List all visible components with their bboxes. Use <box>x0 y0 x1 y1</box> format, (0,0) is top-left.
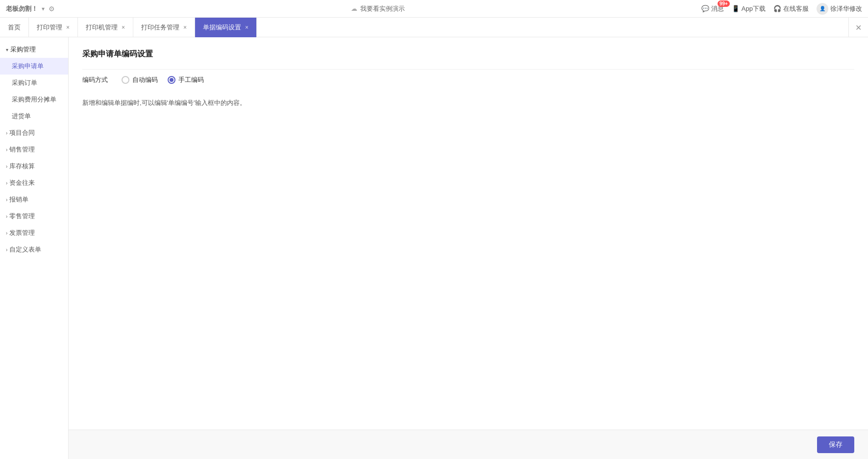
sidebar: ▾ 采购管理 采购申请单 采购订单 采购费用分摊单 进货单 › 项目合同 › 销… <box>0 37 69 459</box>
radio-group: 自动编码 手工编码 <box>122 76 204 84</box>
sidebar-group-inventory-label: 库存核算 <box>9 162 35 171</box>
sidebar-group-custom-form[interactable]: › 自定义表单 <box>0 241 68 258</box>
page-title: 采购申请单编码设置 <box>82 49 854 59</box>
online-service-label: 在线客服 <box>783 4 809 13</box>
tab-printer-management-label: 打印机管理 <box>86 23 118 32</box>
manual-code-option[interactable]: 手工编码 <box>168 76 204 84</box>
close-icon: ✕ <box>855 23 862 32</box>
sidebar-item-goods-receipt[interactable]: 进货单 <box>0 108 68 125</box>
expand-arrow-icon-finance: › <box>6 180 7 186</box>
expand-arrow-icon-expense: › <box>6 197 7 203</box>
sidebar-group-inventory[interactable]: › 库存核算 <box>0 158 68 175</box>
auto-code-radio[interactable] <box>122 76 129 84</box>
tab-print-task[interactable]: 打印任务管理 × <box>133 18 195 37</box>
sidebar-group-invoice-label: 发票管理 <box>9 229 35 237</box>
expand-arrow-icon-retail: › <box>6 214 7 219</box>
expand-arrow-icon-inventory: › <box>6 164 7 169</box>
sidebar-group-finance[interactable]: › 资金往来 <box>0 175 68 191</box>
sidebar-group-project-contract[interactable]: › 项目合同 <box>0 125 68 141</box>
sidebar-group-retail-label: 零售管理 <box>9 212 35 221</box>
app-download-action[interactable]: 📱 App下载 <box>732 4 766 13</box>
content-area: 采购申请单编码设置 编码方式 自动编码 手工编码 新增和编辑单据编时,可以编辑'… <box>69 37 868 459</box>
hint-text: 新增和编辑单据编时,可以编辑'单编编号'输入框中的内容。 <box>82 98 854 108</box>
top-bar: 老板勿割！ ▾ ⚙ ☁ 我要看实例演示 💬 消息 99+ 📱 App下载 🎧 在… <box>0 0 868 18</box>
tab-print-task-close[interactable]: × <box>183 24 187 31</box>
sidebar-item-purchase-request-label: 采购申请单 <box>12 62 44 70</box>
tab-print-task-label: 打印任务管理 <box>141 23 179 32</box>
user-profile[interactable]: 👤 徐泽华修改 <box>817 3 862 15</box>
online-service-action[interactable]: 🎧 在线客服 <box>773 4 809 13</box>
save-button[interactable]: 保存 <box>817 436 854 453</box>
settings-icon[interactable]: ⚙ <box>49 5 55 13</box>
sidebar-group-retail[interactable]: › 零售管理 <box>0 208 68 225</box>
sidebar-group-custom-form-label: 自定义表单 <box>9 245 41 254</box>
sidebar-group-sales[interactable]: › 销售管理 <box>0 141 68 158</box>
expand-arrow-icon-sales: › <box>6 147 7 153</box>
demo-text: 我要看实例演示 <box>360 4 405 13</box>
content-inner: 采购申请单编码设置 编码方式 自动编码 手工编码 新增和编辑单据编时,可以编辑'… <box>69 37 868 430</box>
top-bar-left: 老板勿割！ ▾ ⚙ <box>6 4 55 13</box>
tab-home-label: 首页 <box>8 23 21 32</box>
auto-code-label: 自动编码 <box>132 76 158 84</box>
cloud-icon: ☁ <box>351 5 357 12</box>
encoding-label: 编码方式 <box>82 76 122 84</box>
avatar: 👤 <box>817 3 828 15</box>
demo-link[interactable]: ☁ 我要看实例演示 <box>351 4 405 13</box>
sidebar-item-purchase-expense[interactable]: 采购费用分摊单 <box>0 91 68 108</box>
tab-print-management-label: 打印管理 <box>37 23 62 32</box>
sidebar-group-sales-label: 销售管理 <box>9 145 35 154</box>
app-title: 老板勿割！ <box>6 4 38 13</box>
sidebar-group-project-contract-label: 项目合同 <box>9 128 35 137</box>
manual-code-radio[interactable] <box>168 76 175 84</box>
tab-bar: 首页 打印管理 × 打印机管理 × 打印任务管理 × 单据编码设置 × ✕ <box>0 18 868 37</box>
arrow-down-icon[interactable]: ▾ <box>42 5 45 12</box>
sidebar-item-goods-receipt-label: 进货单 <box>12 112 31 120</box>
encoding-section: 编码方式 自动编码 手工编码 <box>82 69 854 90</box>
expand-arrow-icon-custom: › <box>6 247 7 253</box>
sidebar-group-expense-label: 报销单 <box>9 195 28 204</box>
tab-printer-management-close[interactable]: × <box>122 24 125 31</box>
tab-printer-management[interactable]: 打印机管理 × <box>78 18 133 37</box>
sidebar-group-procurement[interactable]: ▾ 采购管理 <box>0 41 68 58</box>
collapse-arrow-icon: ▾ <box>6 47 8 52</box>
top-bar-right: 💬 消息 99+ 📱 App下载 🎧 在线客服 👤 徐泽华修改 <box>701 3 862 15</box>
sidebar-group-procurement-label: 采购管理 <box>10 45 36 54</box>
message-action[interactable]: 💬 消息 99+ <box>701 4 724 13</box>
tab-code-settings-close[interactable]: × <box>245 24 248 31</box>
manual-code-label: 手工编码 <box>178 76 204 84</box>
headset-icon: 🎧 <box>773 5 781 12</box>
expand-arrow-icon-invoice: › <box>6 230 7 236</box>
content-footer: 保存 <box>69 430 868 459</box>
sidebar-item-purchase-order-label: 采购订单 <box>12 79 37 86</box>
user-name: 徐泽华修改 <box>830 4 862 13</box>
sidebar-group-expense[interactable]: › 报销单 <box>0 191 68 208</box>
mobile-icon: 📱 <box>732 5 740 12</box>
auto-code-option[interactable]: 自动编码 <box>122 76 158 84</box>
message-badge: 99+ <box>718 0 730 7</box>
tab-print-management[interactable]: 打印管理 × <box>29 18 78 37</box>
app-download-label: App下载 <box>742 4 766 13</box>
sidebar-group-finance-label: 资金往来 <box>9 178 35 187</box>
sidebar-item-purchase-order[interactable]: 采购订单 <box>0 75 68 91</box>
tab-print-management-close[interactable]: × <box>66 24 70 31</box>
main-layout: ▾ 采购管理 采购申请单 采购订单 采购费用分摊单 进货单 › 项目合同 › 销… <box>0 37 868 459</box>
expand-arrow-icon: › <box>6 130 7 136</box>
sidebar-item-purchase-expense-label: 采购费用分摊单 <box>12 96 56 103</box>
tab-code-settings[interactable]: 单据编码设置 × <box>195 18 257 37</box>
tab-code-settings-label: 单据编码设置 <box>203 23 241 32</box>
sidebar-item-purchase-request[interactable]: 采购申请单 <box>0 58 68 75</box>
tab-home[interactable]: 首页 <box>0 18 29 37</box>
sidebar-group-invoice[interactable]: › 发票管理 <box>0 225 68 241</box>
message-icon: 💬 <box>701 5 709 12</box>
tab-global-close[interactable]: ✕ <box>848 18 868 37</box>
